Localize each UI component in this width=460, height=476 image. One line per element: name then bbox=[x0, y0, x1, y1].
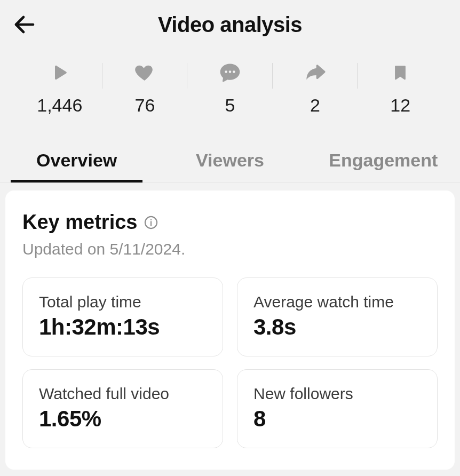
bookmark-icon bbox=[391, 60, 409, 85]
key-metrics-card: Key metrics Updated on 5/11/2024. Total … bbox=[5, 191, 455, 470]
tabs: Overview Viewers Engagement bbox=[0, 142, 460, 183]
tab-engagement[interactable]: Engagement bbox=[307, 142, 460, 183]
stat-shares[interactable]: 2 bbox=[273, 60, 358, 116]
metric-total-play-time[interactable]: Total play time 1h:32m:13s bbox=[22, 277, 223, 356]
stat-value: 1,446 bbox=[37, 95, 82, 116]
comment-icon bbox=[219, 60, 241, 85]
metric-label: Total play time bbox=[39, 293, 207, 311]
metric-value: 1.65% bbox=[39, 406, 207, 432]
stat-value: 5 bbox=[225, 95, 235, 116]
updated-on: Updated on 5/11/2024. bbox=[22, 240, 438, 258]
page-title: Video analysis bbox=[158, 13, 302, 37]
back-arrow-icon bbox=[12, 12, 37, 37]
metrics-grid: Total play time 1h:32m:13s Average watch… bbox=[22, 277, 438, 448]
back-button[interactable] bbox=[12, 12, 37, 37]
header: Video analysis bbox=[0, 0, 460, 49]
stat-likes[interactable]: 76 bbox=[102, 60, 188, 116]
metric-value: 3.8s bbox=[253, 314, 421, 340]
info-icon[interactable] bbox=[144, 215, 158, 230]
metric-average-watch-time[interactable]: Average watch time 3.8s bbox=[237, 277, 438, 356]
metric-label: Watched full video bbox=[39, 385, 207, 403]
key-metrics-heading: Key metrics bbox=[22, 211, 137, 234]
metric-label: Average watch time bbox=[253, 293, 421, 311]
tab-overview[interactable]: Overview bbox=[0, 142, 153, 183]
share-icon bbox=[305, 60, 326, 85]
stat-plays[interactable]: 1,446 bbox=[17, 60, 102, 116]
play-icon bbox=[50, 60, 69, 85]
stat-value: 76 bbox=[134, 95, 155, 116]
metric-value: 1h:32m:13s bbox=[39, 314, 207, 340]
stat-comments[interactable]: 5 bbox=[187, 60, 273, 116]
metric-watched-full-video[interactable]: Watched full video 1.65% bbox=[22, 369, 223, 448]
section-heading-row: Key metrics bbox=[22, 211, 438, 234]
svg-point-6 bbox=[150, 219, 152, 220]
svg-point-1 bbox=[225, 70, 227, 73]
stat-value: 2 bbox=[310, 95, 320, 116]
metric-value: 8 bbox=[253, 406, 421, 432]
metric-label: New followers bbox=[253, 385, 421, 403]
metric-new-followers[interactable]: New followers 8 bbox=[237, 369, 438, 448]
tab-viewers[interactable]: Viewers bbox=[153, 142, 306, 183]
stat-bookmarks[interactable]: 12 bbox=[358, 60, 443, 116]
stat-value: 12 bbox=[390, 95, 410, 116]
heart-icon bbox=[134, 60, 155, 85]
stats-row: 1,446 76 5 2 12 bbox=[0, 60, 460, 142]
svg-point-2 bbox=[229, 70, 232, 73]
svg-point-3 bbox=[233, 70, 235, 73]
